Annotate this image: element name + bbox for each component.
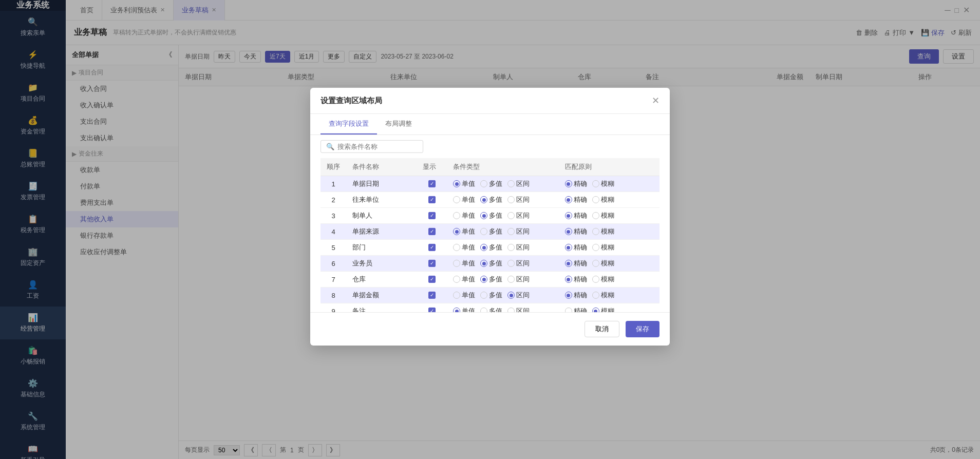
radio-match-exact-row-1[interactable]: 精确 <box>565 195 587 204</box>
checkbox-row-7[interactable] <box>428 292 436 299</box>
radio-match-exact-row-3[interactable]: 精确 <box>565 227 587 236</box>
cell-type[interactable]: 单值多值区间 <box>447 271 559 287</box>
cell-type[interactable]: 单值多值区间 <box>447 176 559 192</box>
radio-type-range-row-5[interactable]: 区间 <box>507 259 530 268</box>
cell-type[interactable]: 单值多值区间 <box>447 192 559 207</box>
cell-match[interactable]: 精确模糊 <box>559 287 659 303</box>
cell-type[interactable]: 单值多值区间 <box>447 255 559 271</box>
th-match: 匹配原则 <box>559 158 659 176</box>
checkbox-row-1[interactable] <box>428 196 436 203</box>
radio-type-range-row-7[interactable]: 区间 <box>507 291 530 300</box>
cell-order: 4 <box>321 223 346 239</box>
radio-type-multiple-row-7[interactable]: 多值 <box>480 291 502 300</box>
cell-show[interactable] <box>417 255 447 271</box>
radio-type-multiple-row-2[interactable]: 多值 <box>480 211 502 220</box>
checkbox-row-5[interactable] <box>428 260 436 267</box>
cell-type[interactable]: 单值多值区间 <box>447 303 559 312</box>
radio-type-single-row-5[interactable]: 单值 <box>453 259 475 268</box>
cell-type[interactable]: 单值多值区间 <box>447 207 559 223</box>
cell-name: 业务员 <box>346 255 417 271</box>
cell-match[interactable]: 精确模糊 <box>559 223 659 239</box>
radio-match-exact-row-0[interactable]: 精确 <box>565 179 587 188</box>
cell-match[interactable]: 精确模糊 <box>559 207 659 223</box>
radio-type-multiple-row-6[interactable]: 多值 <box>480 275 502 284</box>
radio-type-multiple-row-1[interactable]: 多值 <box>480 195 502 204</box>
modal-save-button[interactable]: 保存 <box>626 321 659 337</box>
checkbox-row-2[interactable] <box>428 212 436 219</box>
radio-type-range-row-8[interactable]: 区间 <box>507 307 530 312</box>
cell-show[interactable] <box>417 287 447 303</box>
cell-show[interactable] <box>417 223 447 239</box>
radio-type-multiple-row-0[interactable]: 多值 <box>480 179 502 188</box>
cell-type[interactable]: 单值多值区间 <box>447 287 559 303</box>
radio-match-fuzzy-row-7[interactable]: 模糊 <box>592 291 614 300</box>
cell-match[interactable]: 精确模糊 <box>559 239 659 255</box>
modal-body: 查询字段设置 布局调整 🔍 顺序 条件名称 <box>310 114 670 312</box>
radio-match-fuzzy-row-2[interactable]: 模糊 <box>592 211 614 220</box>
cell-show[interactable] <box>417 176 447 192</box>
radio-type-single-row-8[interactable]: 单值 <box>453 307 475 312</box>
radio-match-fuzzy-row-8[interactable]: 模糊 <box>592 307 614 312</box>
modal-search-icon: 🔍 <box>326 143 334 150</box>
radio-type-multiple-row-5[interactable]: 多值 <box>480 259 502 268</box>
radio-match-fuzzy-row-5[interactable]: 模糊 <box>592 259 614 268</box>
radio-type-range-row-2[interactable]: 区间 <box>507 211 530 220</box>
radio-match-exact-row-4[interactable]: 精确 <box>565 243 587 252</box>
radio-match-exact-row-5[interactable]: 精确 <box>565 259 587 268</box>
radio-match-exact-row-2[interactable]: 精确 <box>565 211 587 220</box>
modal-close-btn[interactable]: ✕ <box>652 95 659 106</box>
radio-match-fuzzy-row-4[interactable]: 模糊 <box>592 243 614 252</box>
radio-type-range-row-0[interactable]: 区间 <box>507 179 530 188</box>
radio-match-exact-row-7[interactable]: 精确 <box>565 291 587 300</box>
tab-query-fields[interactable]: 查询字段设置 <box>321 114 377 135</box>
cell-name: 单据金额 <box>346 287 417 303</box>
radio-match-fuzzy-row-3[interactable]: 模糊 <box>592 227 614 236</box>
cell-match[interactable]: 精确模糊 <box>559 176 659 192</box>
checkbox-row-6[interactable] <box>428 276 436 283</box>
checkbox-row-3[interactable] <box>428 228 436 235</box>
radio-type-range-row-4[interactable]: 区间 <box>507 243 530 252</box>
radio-type-range-row-6[interactable]: 区间 <box>507 275 530 284</box>
radio-type-range-row-3[interactable]: 区间 <box>507 227 530 236</box>
cell-name: 制单人 <box>346 207 417 223</box>
radio-match-exact-row-6[interactable]: 精确 <box>565 275 587 284</box>
radio-type-single-row-2[interactable]: 单值 <box>453 211 475 220</box>
cell-show[interactable] <box>417 303 447 312</box>
checkbox-row-4[interactable] <box>428 244 436 251</box>
radio-type-single-row-4[interactable]: 单值 <box>453 243 475 252</box>
cell-show[interactable] <box>417 192 447 207</box>
radio-type-single-row-0[interactable]: 单值 <box>453 179 475 188</box>
radio-type-multiple-row-4[interactable]: 多值 <box>480 243 502 252</box>
radio-match-fuzzy-row-1[interactable]: 模糊 <box>592 195 614 204</box>
radio-type-single-row-3[interactable]: 单值 <box>453 227 475 236</box>
modal-search-input[interactable] <box>337 143 414 150</box>
radio-match-fuzzy-row-6[interactable]: 模糊 <box>592 275 614 284</box>
radio-type-range-row-1[interactable]: 区间 <box>507 195 530 204</box>
checkbox-row-0[interactable] <box>428 180 436 187</box>
radio-type-multiple-row-3[interactable]: 多值 <box>480 227 502 236</box>
cell-match[interactable]: 精确模糊 <box>559 303 659 312</box>
cell-name: 部门 <box>346 239 417 255</box>
cell-name: 备注 <box>346 303 417 312</box>
radio-type-multiple-row-8[interactable]: 多值 <box>480 307 502 312</box>
cell-name: 仓库 <box>346 271 417 287</box>
radio-match-exact-row-8[interactable]: 精确 <box>565 307 587 312</box>
cell-show[interactable] <box>417 271 447 287</box>
cell-show[interactable] <box>417 239 447 255</box>
checkbox-row-8[interactable] <box>428 308 436 312</box>
cell-order: 9 <box>321 303 346 312</box>
cancel-button[interactable]: 取消 <box>585 321 619 337</box>
cell-show[interactable] <box>417 207 447 223</box>
cell-match[interactable]: 精确模糊 <box>559 271 659 287</box>
cell-type[interactable]: 单值多值区间 <box>447 239 559 255</box>
radio-type-single-row-6[interactable]: 单值 <box>453 275 475 284</box>
tab-layout[interactable]: 布局调整 <box>377 114 420 135</box>
cell-type[interactable]: 单值多值区间 <box>447 223 559 239</box>
radio-type-single-row-1[interactable]: 单值 <box>453 195 475 204</box>
radio-match-fuzzy-row-0[interactable]: 模糊 <box>592 179 614 188</box>
modal-table-wrap: 顺序 条件名称 显示 条件类型 匹配原则 1单据日期单值多值区间精确模糊2往来单… <box>310 158 670 312</box>
cell-match[interactable]: 精确模糊 <box>559 192 659 207</box>
cell-order: 5 <box>321 239 346 255</box>
cell-match[interactable]: 精确模糊 <box>559 255 659 271</box>
radio-type-single-row-7[interactable]: 单值 <box>453 291 475 300</box>
